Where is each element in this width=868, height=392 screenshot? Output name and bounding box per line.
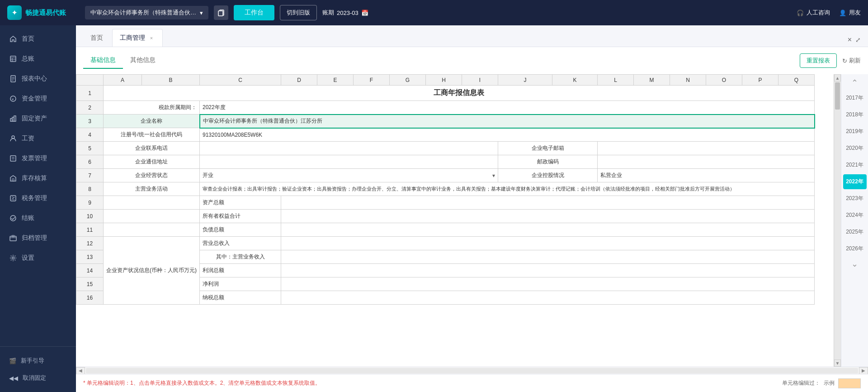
sidebar-item-fund[interactable]: ¥ 资金管理 — [0, 89, 76, 109]
old-version-button[interactable]: 切到旧版 — [280, 5, 317, 20]
scroll-track[interactable] — [834, 81, 841, 359]
sidebar-item-inventory[interactable]: 库存核算 — [0, 168, 76, 188]
tab-home-label: 首页 — [90, 34, 103, 42]
net-profit-value[interactable] — [281, 277, 815, 291]
revenue-total-value[interactable] — [281, 237, 815, 250]
scroll-h-track[interactable] — [86, 368, 858, 373]
sidebar-item-label: 首页 — [22, 35, 34, 43]
tax-total-value[interactable] — [281, 291, 815, 305]
sidebar-item-settings[interactable]: 设置 — [0, 248, 76, 268]
period-value-cell[interactable]: 2022年度 — [200, 101, 815, 115]
holding-value-cell[interactable]: 私营企业 — [598, 169, 815, 182]
asset-icon — [9, 115, 17, 123]
row-num-4: 4 — [76, 128, 104, 142]
period-label-cell: 税款所属期间： — [104, 101, 200, 115]
refresh-label: 刷新 — [849, 57, 861, 65]
horizontal-scrollbar[interactable]: ◀ ▶ — [76, 367, 868, 374]
sidebar-item-asset[interactable]: 固定资产 — [0, 109, 76, 129]
sidebar-item-label: 资金管理 — [22, 95, 47, 103]
company-selector[interactable]: 中审众环会计师事务所（特殊普通合伙… ▾ — [85, 6, 208, 19]
user-menu[interactable]: 👤 用友 — [839, 9, 861, 17]
subtab-basic-info-label: 基础信息 — [90, 56, 116, 63]
postal-value-cell[interactable] — [598, 155, 815, 169]
sidebar-guide[interactable]: 🎬 新手引导 — [0, 352, 76, 369]
liabilities-value-cell[interactable] — [281, 223, 815, 237]
sidebar-unpin[interactable]: ◀◀ 取消固定 — [0, 369, 76, 387]
tab-home[interactable]: 首页 — [83, 29, 110, 47]
sidebar-item-label: 结账 — [22, 214, 34, 222]
company-copy-button[interactable] — [214, 5, 228, 20]
col-header-l: L — [598, 75, 634, 86]
refresh-icon: ↻ — [842, 57, 847, 64]
spreadsheet-area[interactable]: A B C D E F G H I J K L M — [76, 74, 834, 367]
col-header-n: N — [670, 75, 706, 86]
sidebar-item-close-account[interactable]: 结账 — [0, 208, 76, 228]
sidebar-item-ledger[interactable]: 总账 — [0, 49, 76, 69]
reg-value-cell[interactable]: 91320100MA208E5W6K — [200, 128, 815, 142]
email-value-cell[interactable] — [598, 142, 815, 155]
profit-total-value[interactable] — [281, 264, 815, 277]
year-panel-down[interactable]: ⌄ — [846, 257, 864, 271]
scroll-thumb[interactable] — [835, 82, 840, 110]
logo-text: 畅捷通易代账 — [25, 9, 66, 17]
invoice-icon — [9, 154, 17, 163]
equity-value-cell[interactable] — [281, 210, 815, 223]
year-item-2021[interactable]: 2021年 — [843, 158, 867, 172]
year-item-2024[interactable]: 2024年 — [843, 208, 867, 223]
tab-industry[interactable]: 工商管理 × — [112, 29, 163, 47]
main-revenue-value[interactable] — [281, 250, 815, 264]
table-row: 11 负债总额 — [76, 223, 815, 237]
close-window-icon[interactable]: × — [848, 36, 852, 44]
sidebar-item-label: 固定资产 — [22, 115, 47, 123]
sidebar-item-archive[interactable]: 归档管理 — [0, 228, 76, 248]
inventory-icon — [9, 174, 17, 182]
year-item-2025[interactable]: 2025年 — [843, 225, 867, 239]
year-panel-up[interactable]: ⌃ — [846, 76, 864, 90]
year-item-2017[interactable]: 2017年 — [843, 91, 867, 105]
scroll-right-button[interactable]: ▶ — [859, 367, 868, 374]
tab-close-button[interactable]: × — [148, 34, 155, 42]
scroll-left-button[interactable]: ◀ — [76, 367, 85, 374]
year-item-2018[interactable]: 2018年 — [843, 107, 867, 122]
status-value-cell[interactable]: 开业 ▾ — [200, 169, 498, 182]
sidebar-item-report[interactable]: 报表中心 — [0, 69, 76, 89]
calendar-icon[interactable]: 📅 — [361, 10, 368, 16]
fund-icon: ¥ — [9, 95, 17, 103]
subtab-other-info[interactable]: 其他信息 — [123, 53, 163, 69]
workbench-button[interactable]: 工作台 — [234, 5, 274, 20]
empty-11-a — [104, 223, 200, 237]
dropdown-arrow-icon[interactable]: ▾ — [492, 172, 495, 179]
col-header-d: D — [281, 75, 317, 86]
vertical-scrollbar[interactable]: ▲ ▼ — [834, 74, 841, 367]
year-item-2023[interactable]: 2023年 — [843, 191, 867, 206]
title-cell[interactable]: 工商年报信息表 — [104, 86, 815, 101]
year-item-2022[interactable]: 2022年 — [843, 174, 867, 189]
col-header-k: K — [552, 75, 598, 86]
company-value-cell[interactable]: 中审众环会计师事务所（特殊普通合伙）江苏分所 — [200, 115, 815, 128]
year-item-2019[interactable]: 2019年 — [843, 124, 867, 139]
year-item-2026[interactable]: 2026年 — [843, 241, 867, 256]
assets-value-cell[interactable] — [281, 196, 815, 210]
reset-button[interactable]: 重置报表 — [800, 53, 837, 68]
ledger-icon — [9, 55, 17, 63]
phone-value-cell[interactable] — [200, 142, 498, 155]
subtab-basic-info[interactable]: 基础信息 — [83, 53, 123, 69]
col-header-c: C — [200, 75, 281, 86]
scroll-up-button[interactable]: ▲ — [834, 74, 841, 81]
refresh-button[interactable]: ↻ 刷新 — [842, 57, 861, 65]
expand-icon[interactable]: ⤢ — [855, 36, 861, 43]
sidebar-item-invoice[interactable]: 发票管理 — [0, 148, 76, 168]
row-num-15: 15 — [76, 277, 104, 291]
business-value-cell[interactable]: 审查企业会计报表；出具审计报告；验证企业资本；出具验资报告；办理企业合开、分立、… — [200, 182, 815, 196]
scroll-down-button[interactable]: ▼ — [834, 359, 841, 367]
sidebar-item-label: 报表中心 — [22, 75, 47, 83]
sidebar-item-home[interactable]: 首页 — [0, 29, 76, 49]
row-num-7: 7 — [76, 169, 104, 182]
corner-cell — [76, 75, 104, 86]
address-value-cell[interactable] — [200, 155, 498, 169]
year-item-2020[interactable]: 2020年 — [843, 141, 867, 156]
sidebar-item-tax[interactable]: 税务管理 — [0, 188, 76, 208]
row-num-13: 13 — [76, 250, 104, 264]
sidebar-item-salary[interactable]: 工资 — [0, 129, 76, 148]
ai-consult[interactable]: 🎧 人工咨询 — [797, 9, 830, 17]
